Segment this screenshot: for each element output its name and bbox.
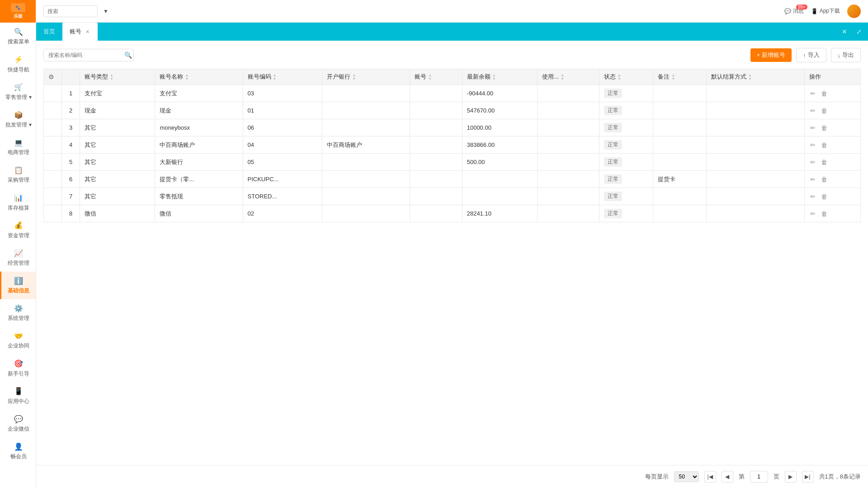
per-page-select[interactable]: 102050100 — [674, 471, 699, 482]
edit-button-5[interactable]: ✏ — [809, 158, 816, 167]
row-account-type-3: 其它 — [80, 119, 155, 136]
row-usage-1 — [538, 85, 599, 102]
sidebar-icon-system: ⚙️ — [14, 304, 23, 314]
import-icon: ↑ — [803, 52, 806, 59]
row-account-4 — [410, 136, 462, 154]
table-row: 1 支付宝 支付宝 03 -90444.00 正常 ✏ 🗑 — [44, 85, 861, 102]
sidebar-item-app-center[interactable]: 📱 应用中心 — [0, 382, 36, 409]
pagination-bar: 每页显示 102050100 |◀ ◀ 第 页 ▶ ▶| 共1页，8条记录 — [36, 465, 868, 488]
gear-icon[interactable]: ⚙ — [48, 73, 54, 80]
top-search-input[interactable] — [43, 5, 98, 17]
last-page-button[interactable]: ▶| — [802, 471, 814, 483]
header-dropdown[interactable]: ▼ — [103, 8, 108, 14]
sidebar-item-system[interactable]: ⚙️ 系统管理 — [0, 299, 36, 327]
delete-button-4[interactable]: 🗑 — [820, 141, 828, 150]
add-account-button[interactable]: + 新增账号 — [750, 48, 792, 62]
row-account-5 — [410, 154, 462, 171]
sidebar-label-enterprise-wechat: 企业微信 — [8, 425, 29, 433]
row-actions-6: ✏ 🗑 — [805, 171, 861, 188]
sidebar-item-wholesale[interactable]: 📦 批发管理 ▾ — [0, 106, 36, 133]
open-bank-col-header[interactable]: 开户银行▲▼ — [322, 69, 410, 85]
edit-button-2[interactable]: ✏ — [809, 106, 816, 115]
edit-button-7[interactable]: ✏ — [809, 192, 816, 201]
prev-page-button[interactable]: ◀ — [722, 471, 733, 483]
delete-button-7[interactable]: 🗑 — [820, 192, 828, 201]
account-type-col-header[interactable]: 账号类型▲▼ — [80, 69, 155, 85]
maximize-button[interactable]: ⤢ — [854, 26, 864, 37]
page-input[interactable] — [750, 471, 768, 483]
usage-col-header[interactable]: 使用...▲▼ — [538, 69, 599, 85]
row-remark-1 — [653, 85, 707, 102]
sidebar-item-member[interactable]: 👤 畅会员 — [0, 437, 36, 465]
sidebar-item-purchase[interactable]: 📋 采购管理 — [0, 161, 36, 188]
edit-button-8[interactable]: ✏ — [809, 209, 816, 218]
row-settings-2 — [44, 102, 62, 119]
delete-button-1[interactable]: 🗑 — [820, 89, 828, 98]
sidebar-item-quick-nav[interactable]: ⚡ 快捷导航 — [0, 50, 36, 78]
search-wrap: 🔍 — [43, 49, 134, 61]
sidebar-item-new-guide[interactable]: 🎯 新手引导 — [0, 354, 36, 382]
delete-button-8[interactable]: 🗑 — [820, 209, 828, 218]
sidebar-item-operations[interactable]: 📈 经营管理 — [0, 244, 36, 272]
sidebar-item-ecommerce[interactable]: 💻 电商管理 — [0, 133, 36, 161]
next-page-button[interactable]: ▶ — [785, 471, 797, 483]
search-button[interactable]: 🔍 — [121, 52, 134, 59]
row-account-code-4: 04 — [243, 136, 322, 154]
delete-button-3[interactable]: 🗑 — [820, 123, 828, 132]
row-account-6 — [410, 171, 462, 188]
sidebar-item-search-menu[interactable]: 🔍 搜索菜单 — [0, 23, 36, 50]
sidebar-item-basic-info[interactable]: ℹ️ 基础信息 — [0, 272, 36, 299]
tab-bar-actions: ✕ ⤢ — [839, 26, 868, 37]
row-actions-8: ✏ 🗑 — [805, 205, 861, 222]
app-download-button[interactable]: 📱 App下载 — [811, 7, 840, 15]
row-default-settlement-1 — [707, 85, 805, 102]
logo: 🐾 乐版 — [0, 0, 36, 23]
first-page-button[interactable]: |◀ — [704, 471, 716, 483]
remark-col-header[interactable]: 备注▲▼ — [653, 69, 707, 85]
message-button[interactable]: 💬 消息 99+ — [784, 7, 804, 15]
sidebar-item-retail[interactable]: 🛒 零售管理 ▾ — [0, 78, 36, 105]
phone-icon: 📱 — [811, 8, 818, 14]
index-col-header — [62, 69, 80, 85]
row-actions-4: ✏ 🗑 — [805, 136, 861, 154]
settings-col-header[interactable]: ⚙ — [44, 69, 62, 85]
row-account-1 — [410, 85, 462, 102]
edit-button-6[interactable]: ✏ — [809, 175, 816, 184]
search-input[interactable] — [44, 49, 121, 61]
row-account-type-7: 其它 — [80, 188, 155, 205]
import-label: 导入 — [808, 51, 820, 59]
edit-button-3[interactable]: ✏ — [809, 123, 816, 132]
import-button[interactable]: ↑ 导入 — [796, 48, 826, 62]
tab-close-account[interactable]: ✕ — [84, 28, 90, 35]
sidebar-icon-finance: 💰 — [14, 221, 23, 230]
account-code-col-header[interactable]: 账号编码▲▼ — [243, 69, 322, 85]
row-remark-6: 提货卡 — [653, 171, 707, 188]
row-settings-3 — [44, 119, 62, 136]
latest-balance-col-header[interactable]: 最新余额▲▼ — [462, 69, 537, 85]
row-account-type-4: 其它 — [80, 136, 155, 154]
action-col-header: 操作 — [805, 69, 861, 85]
sidebar-item-inventory[interactable]: 📊 库存核算 — [0, 188, 36, 216]
avatar[interactable] — [847, 5, 861, 18]
sidebar-item-enterprise-agreement[interactable]: 🤝 企业协同 — [0, 327, 36, 354]
default-settlement-col-header[interactable]: 默认结算方式▲▼ — [707, 69, 805, 85]
delete-button-5[interactable]: 🗑 — [820, 158, 828, 167]
edit-button-1[interactable]: ✏ — [809, 89, 816, 98]
account-name-col-header[interactable]: 账号名称▲▼ — [155, 69, 243, 85]
delete-button-6[interactable]: 🗑 — [820, 175, 828, 184]
close-tab-button[interactable]: ✕ — [839, 26, 850, 37]
toolbar-right: + 新增账号 ↑ 导入 ↓ 导出 — [750, 48, 861, 62]
export-button[interactable]: ↓ 导出 — [831, 48, 861, 62]
sidebar-icon-basic-info: ℹ️ — [14, 276, 23, 286]
row-account-name-6: 提货卡（零... — [155, 171, 243, 188]
tab-home[interactable]: 首页 — [36, 23, 62, 41]
tab-account[interactable]: 账号✕ — [62, 23, 98, 41]
sidebar-item-finance[interactable]: 💰 资金管理 — [0, 216, 36, 244]
row-remark-2 — [653, 102, 707, 119]
sidebar-item-enterprise-wechat[interactable]: 💬 企业微信 — [0, 410, 36, 437]
status-col-header[interactable]: 状态▲▼ — [599, 69, 653, 85]
edit-button-4[interactable]: ✏ — [809, 141, 816, 150]
account-col-header[interactable]: 账号▲▼ — [410, 69, 462, 85]
delete-button-2[interactable]: 🗑 — [820, 106, 828, 115]
export-icon: ↓ — [838, 52, 841, 59]
